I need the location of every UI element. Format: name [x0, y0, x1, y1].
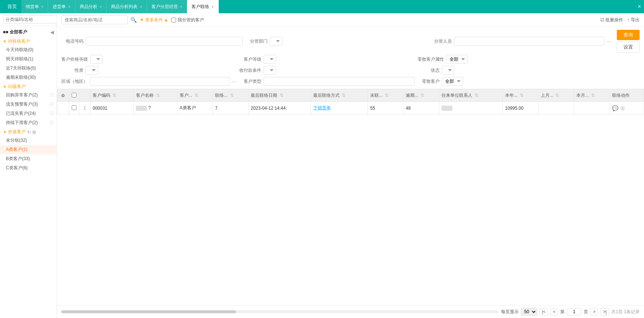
col-this-month[interactable]: 本月... ⇅ — [574, 89, 609, 102]
close-tab-sales[interactable]: × — [41, 4, 43, 9]
filter-bar-right: ☑ 批量操作 ↑ 导出 — [600, 17, 640, 23]
batch-op-button[interactable]: ☑ 批量操作 — [600, 17, 623, 23]
col-contact-count[interactable]: 联络... ⇅ — [213, 89, 248, 102]
col-gear[interactable]: ⚙ — [57, 89, 69, 102]
close-tab-purchase[interactable]: × — [68, 4, 70, 9]
settings-button[interactable]: 设置 — [617, 42, 640, 53]
row-code[interactable]: 000031 — [90, 102, 134, 114]
filter-search-input[interactable] — [61, 15, 128, 24]
nav-tab-purchase[interactable]: 进货单 × — [48, 0, 75, 13]
sidebar-all-customers[interactable]: ■■ 全部客户 ◀ — [0, 26, 57, 37]
dept-select[interactable] — [270, 37, 282, 46]
col-num — [79, 89, 90, 102]
retail-attr-select[interactable]: 全部 — [446, 55, 468, 64]
col-last-method[interactable]: 最后联络方式 ⇅ — [311, 89, 368, 102]
sidebar-item-today[interactable]: 今天待联络(0) — [0, 45, 57, 54]
nature-select-container — [86, 66, 236, 75]
select-all-checkbox[interactable] — [72, 93, 76, 98]
sidebar-item-tomorrow[interactable]: 明天待联络(1) — [0, 54, 57, 64]
customer-level-label: 客户等级 — [239, 56, 261, 63]
nav-home[interactable]: 首页 — [3, 3, 21, 10]
sort-icon-method: ⇅ — [342, 93, 346, 98]
nav-tab-analysis-list[interactable]: 商品分析列表 × — [107, 0, 147, 13]
nav-tab-customer-tier[interactable]: 客户分层经营 × — [147, 0, 187, 13]
value-plus-icon[interactable]: ⊞ — [32, 130, 36, 135]
row-check[interactable] — [69, 102, 79, 114]
filter-search-button[interactable]: 🔍 — [130, 17, 137, 23]
close-tab-analysis[interactable]: × — [100, 4, 102, 9]
sidebar-item-churned[interactable]: 已流失客户(24) ⓘ — [0, 109, 57, 118]
sidebar-item-ungrouped[interactable]: 未分组(32) — [0, 136, 57, 145]
close-tab-customer-tier[interactable]: × — [180, 4, 182, 9]
col-contact-person[interactable]: 往来单位联系人 ⇅ — [439, 89, 502, 102]
status-select[interactable] — [442, 66, 454, 75]
first-page-button[interactable]: |< — [539, 308, 548, 315]
sidebar-item-7days[interactable]: 近7天待联络(0) — [0, 64, 57, 73]
row-actions: 💬 ⊞ — [609, 102, 644, 114]
col-customer-level[interactable]: 客户... ⇅ — [177, 89, 213, 102]
close-tab-analysis-list[interactable]: × — [140, 4, 142, 9]
sort-icon-date: ⇅ — [280, 93, 283, 98]
nav-tab-customer-contact[interactable]: 客户联络 × — [187, 0, 218, 13]
filter-field-retail: 零散客户 全部 — [418, 77, 593, 86]
col-last-month[interactable]: 上月... ⇅ — [538, 89, 574, 102]
sidebar-item-repurchase[interactable]: 回购异常客户(2) ⓘ — [0, 91, 57, 100]
sidebar-item-class-b[interactable]: B类客户(33) — [0, 154, 57, 163]
retail-select[interactable]: 全部 — [442, 77, 463, 86]
close-all-button[interactable]: × — [638, 3, 641, 10]
value-refresh-icon[interactable]: ↻ — [27, 130, 31, 135]
row-checkbox[interactable] — [72, 105, 76, 110]
sidebar-collapse-icon[interactable]: ◀ — [50, 30, 54, 35]
manager-input[interactable] — [454, 37, 604, 46]
col-last-date[interactable]: 最后联络日期 ⇅ — [248, 89, 311, 102]
close-tab-customer-contact[interactable]: × — [211, 4, 214, 9]
action-icons: 💬 ⊞ — [612, 105, 641, 111]
filter-icon: ▼ — [140, 17, 144, 22]
nature-select[interactable] — [86, 66, 98, 75]
page-size-select[interactable]: 50 — [521, 308, 537, 316]
col-customer-name[interactable]: 客户名称 ⇅ — [134, 89, 177, 102]
dept-label: 分管部门 — [246, 38, 268, 45]
chat-action-icon[interactable]: 💬 — [612, 105, 618, 111]
query-button[interactable]: 查询 — [617, 30, 640, 40]
row-gear — [57, 102, 69, 114]
filter-field-dept: 分管部门 — [246, 37, 427, 46]
filter-more-button[interactable]: ▼ 更多条件 ▲ — [140, 17, 168, 23]
scrollbar-thumb[interactable] — [61, 310, 236, 313]
region-dots[interactable]: ··· — [232, 78, 237, 84]
payment-select[interactable] — [264, 66, 276, 75]
export-button[interactable]: ↑ 导出 — [627, 17, 640, 23]
prev-page-button[interactable]: < — [550, 308, 558, 315]
region-input[interactable] — [90, 77, 230, 86]
filter-row-1: 电话号码 分管部门 分管人员 ··· 查询 — [61, 30, 640, 53]
next-page-button[interactable]: > — [590, 308, 598, 315]
sidebar-section-value: ▼ 价值客户 ↻ ⊞ — [0, 127, 57, 136]
manager-dots[interactable]: ··· — [607, 38, 611, 44]
nav-tab-analysis[interactable]: 商品分析 × — [75, 0, 107, 13]
last-page-button[interactable]: >| — [600, 308, 609, 315]
sidebar-item-overdue[interactable]: 逾期未联络(30) — [0, 73, 57, 82]
sidebar-item-declining[interactable]: 持续下滑客户(2) ⓘ — [0, 118, 57, 127]
nav-tab-sales[interactable]: 销货单 × — [21, 0, 48, 13]
filter-mine-checkbox[interactable] — [171, 18, 176, 22]
col-overdue[interactable]: 逾期... ⇅ — [403, 89, 439, 102]
filter-mine-label[interactable]: 我分管的客户 — [171, 17, 204, 23]
last-method-link[interactable]: 下销货单 — [313, 105, 331, 110]
sidebar-item-churn-warning[interactable]: 流失预警客户(3) ⓘ — [0, 100, 57, 109]
scrollbar-track[interactable] — [61, 310, 498, 313]
sidebar-search-input[interactable] — [3, 15, 57, 24]
row-last-method[interactable]: 下销货单 — [311, 102, 368, 114]
col-check[interactable] — [69, 89, 79, 102]
col-uncontacted[interactable]: 未联... ⇅ — [368, 89, 404, 102]
col-year-amount[interactable]: 本年... ⇅ — [503, 89, 539, 102]
price-level-select[interactable] — [90, 55, 103, 64]
page-number-input[interactable] — [567, 308, 582, 315]
filter-row-2: 客户价格等级 客户等级 零散客户属性 全部 — [61, 55, 640, 64]
phone-input[interactable] — [86, 37, 243, 46]
sidebar-item-class-c[interactable]: C类客户(6) — [0, 163, 57, 173]
customer-level-select[interactable] — [264, 55, 276, 64]
sidebar-item-class-a[interactable]: A类客户(1) — [0, 145, 57, 154]
col-customer-code[interactable]: 客户编码 ⇅ — [90, 89, 134, 102]
grid-action-icon[interactable]: ⊞ — [620, 105, 625, 111]
customer-type-input[interactable] — [264, 77, 414, 86]
